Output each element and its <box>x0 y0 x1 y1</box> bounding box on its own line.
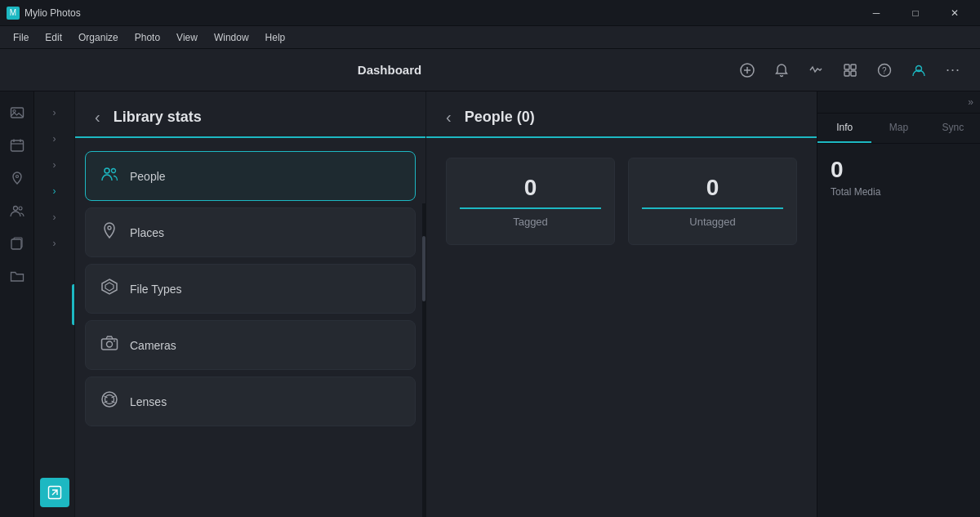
file-types-item-label: File Types <box>130 283 182 296</box>
menu-organize[interactable]: Organize <box>72 29 125 46</box>
export-button[interactable] <box>40 478 69 507</box>
svg-point-28 <box>114 341 115 342</box>
people-item-label: People <box>130 170 166 183</box>
expand-btn-4[interactable]: › <box>43 180 66 203</box>
svg-rect-12 <box>11 140 23 151</box>
expand-btn-6[interactable]: › <box>43 232 66 255</box>
tab-info[interactable]: Info <box>817 114 871 143</box>
svg-rect-5 <box>844 71 849 76</box>
sidebar-item-location[interactable] <box>2 163 32 193</box>
more-icon: ··· <box>946 61 960 78</box>
expand-btn-3[interactable]: › <box>43 154 66 176</box>
page-title: Dashboard <box>358 63 421 77</box>
library-back-button[interactable]: ‹ <box>95 108 100 127</box>
more-button[interactable]: ··· <box>939 56 967 84</box>
file-types-svg-icon <box>100 278 118 296</box>
people-header: ‹ People (0) <box>426 91 817 138</box>
svg-rect-3 <box>844 65 849 69</box>
right-panel-content: 0 Total Media <box>817 144 980 211</box>
lenses-item-label: Lenses <box>130 395 167 408</box>
right-tabs: Info Map Sync <box>817 114 980 144</box>
file-types-item-icon <box>100 278 118 300</box>
user-button[interactable] <box>905 56 933 84</box>
add-button[interactable] <box>733 56 761 84</box>
right-panel-header: » <box>817 91 980 114</box>
scroll-thumb[interactable] <box>422 236 425 301</box>
lenses-item-icon <box>100 390 118 412</box>
sidebar-item-photos[interactable] <box>2 98 32 127</box>
panel-item-cameras[interactable]: Cameras <box>85 320 416 370</box>
places-item-label: Places <box>130 226 164 239</box>
menu-file[interactable]: File <box>7 29 35 46</box>
tagged-value: 0 <box>524 175 537 201</box>
menu-bar: File Edit Organize Photo View Window Hel… <box>0 26 980 49</box>
minimize-button[interactable]: ─ <box>858 0 895 26</box>
collapse-button[interactable]: » <box>968 96 973 108</box>
people-panel: ‹ People (0) 0 Tagged 0 Untagged <box>426 91 817 517</box>
panel-item-places[interactable]: Places <box>85 207 416 257</box>
app-header: Dashboard <box>0 49 980 91</box>
photos-icon <box>10 105 24 120</box>
library-panel-inner: People Places <box>75 138 425 517</box>
layout-button[interactable] <box>836 56 864 84</box>
svg-marker-24 <box>102 279 117 294</box>
activity-button[interactable] <box>802 56 830 84</box>
svg-point-30 <box>105 395 114 404</box>
sidebar-item-albums[interactable] <box>2 229 32 258</box>
expand-btn-2[interactable]: › <box>43 127 66 150</box>
scroll-track <box>422 203 425 517</box>
help-icon: ? <box>877 63 892 78</box>
export-icon <box>47 485 62 500</box>
menu-edit[interactable]: Edit <box>38 29 69 46</box>
window-controls: ─ □ ✕ <box>858 0 973 26</box>
app-logo: M <box>7 7 20 20</box>
sidebar-item-folders[interactable] <box>2 261 32 291</box>
svg-point-21 <box>105 168 109 173</box>
svg-point-23 <box>108 226 111 230</box>
expand-btn-1[interactable]: › <box>43 101 66 124</box>
sidebar-item-people[interactable] <box>2 196 32 225</box>
header-icons: ? ··· <box>733 56 967 84</box>
total-media-value: 0 <box>831 157 967 183</box>
svg-marker-25 <box>105 283 114 291</box>
menu-help[interactable]: Help <box>259 29 292 46</box>
svg-point-18 <box>19 207 22 210</box>
library-panel: ‹ Library stats People <box>75 91 426 517</box>
activity-icon <box>808 63 823 78</box>
user-icon <box>911 63 926 78</box>
panel-item-lenses[interactable]: Lenses <box>85 377 416 426</box>
panel-item-file-types[interactable]: File Types <box>85 264 416 314</box>
menu-window[interactable]: Window <box>207 29 256 46</box>
plus-icon <box>740 63 755 78</box>
help-button[interactable]: ? <box>871 56 898 84</box>
notifications-button[interactable] <box>768 56 795 84</box>
svg-text:?: ? <box>882 66 887 75</box>
tab-map[interactable]: Map <box>871 114 925 143</box>
calendar-icon <box>10 138 24 153</box>
cameras-svg-icon <box>100 334 118 352</box>
folders-icon <box>10 269 24 283</box>
menu-photo[interactable]: Photo <box>128 29 167 46</box>
people-item-icon <box>100 165 118 187</box>
panel-item-people[interactable]: People <box>85 151 416 201</box>
cameras-item-icon <box>100 334 118 356</box>
maximize-button[interactable]: □ <box>897 0 934 26</box>
svg-point-17 <box>13 207 17 211</box>
expand-btn-5[interactable]: › <box>43 206 66 229</box>
people-icon <box>10 203 24 218</box>
panel-items-list: People Places <box>75 138 425 439</box>
close-button[interactable]: ✕ <box>936 0 973 26</box>
total-media-label: Total Media <box>831 186 967 198</box>
tab-sync[interactable]: Sync <box>926 114 980 143</box>
svg-rect-19 <box>11 239 21 249</box>
layout-icon <box>843 63 858 78</box>
people-stats: 0 Tagged 0 Untagged <box>426 138 817 265</box>
title-bar: M Mylio Photos ─ □ ✕ <box>0 0 980 26</box>
content-area: ‹ Library stats People <box>75 91 817 517</box>
people-back-button[interactable]: ‹ <box>446 108 452 127</box>
expand-sidebar: › › › › › › <box>34 91 75 517</box>
menu-view[interactable]: View <box>170 29 204 46</box>
people-svg-icon <box>100 165 118 183</box>
library-panel-title: Library stats <box>114 109 202 126</box>
sidebar-item-calendar[interactable] <box>2 131 32 160</box>
